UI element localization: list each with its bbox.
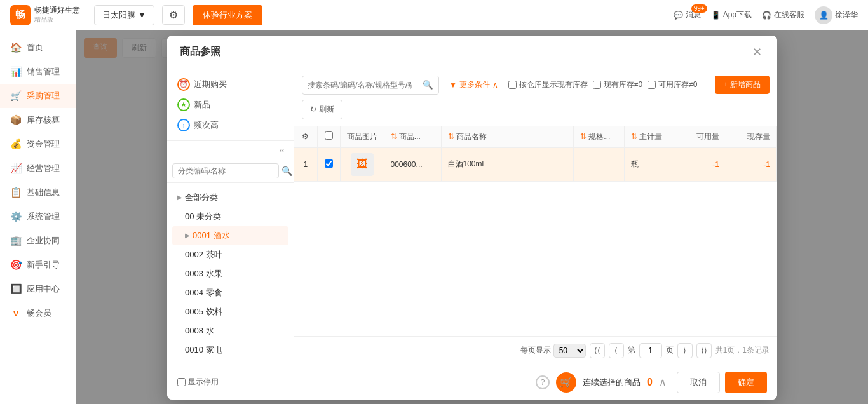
search-product-wrap: 🔍 bbox=[302, 76, 439, 95]
page-size-select[interactable]: 10 20 50 100 bbox=[553, 344, 586, 358]
username: 徐泽华 bbox=[835, 10, 858, 20]
check-usable-ne0-label[interactable]: 可用库存≠0 bbox=[648, 79, 697, 90]
dialog-body: ⏰ 近期购买 ★ 新品 ↑ 频次高 bbox=[167, 69, 777, 365]
member-icon: V bbox=[10, 307, 22, 319]
sidebar-item-guide[interactable]: 🎯 新手引导 bbox=[0, 253, 76, 277]
sidebar-item-member[interactable]: V 畅会员 bbox=[0, 301, 76, 325]
sidebar-item-home[interactable]: 🏠 首页 bbox=[0, 36, 76, 60]
row-code-cell: 000600... bbox=[384, 147, 441, 181]
store-dropdown[interactable]: 日太阳膜 ▼ bbox=[94, 5, 154, 25]
sidebar-item-enterprise[interactable]: 🏢 企业协同 bbox=[0, 229, 76, 253]
sidebar-label-base: 基础信息 bbox=[27, 187, 60, 198]
col-name-header[interactable]: ⇅ 商品名称 bbox=[441, 126, 574, 148]
category-item-0003[interactable]: 0003 水果 bbox=[172, 264, 288, 283]
clock-icon: ⏰ bbox=[177, 78, 190, 91]
check-available-ne0-input[interactable] bbox=[593, 81, 601, 89]
category-item-0004[interactable]: 0004 零食 bbox=[172, 283, 288, 302]
pagination: 每页显示 10 20 50 100 ⟨⟨ ⟨ 第 bbox=[294, 336, 777, 365]
stock-value: -1 bbox=[763, 160, 770, 169]
category-label-all: 全部分类 bbox=[185, 192, 218, 203]
check-warehouse-label[interactable]: 按仓库显示现有库存 bbox=[508, 79, 588, 90]
cart-button[interactable]: 🛒 bbox=[556, 372, 576, 393]
category-item-0001[interactable]: ▶ 0001 酒水 bbox=[172, 226, 288, 245]
confirm-button[interactable]: 确定 bbox=[725, 372, 767, 393]
prev-page-button[interactable]: ⟨ bbox=[609, 343, 624, 358]
sidebar-item-sales[interactable]: 📊 销售管理 bbox=[0, 60, 76, 84]
col-settings-header[interactable]: ⚙ bbox=[294, 126, 317, 148]
gear-settings-btn[interactable]: ⚙ bbox=[162, 5, 185, 25]
show-disabled-checkbox[interactable] bbox=[177, 378, 186, 386]
sidebar-item-base[interactable]: 📋 基础信息 bbox=[0, 180, 76, 205]
app-download-nav-item[interactable]: 📱 App下载 bbox=[711, 10, 752, 20]
sidebar-item-purchase[interactable]: 🛒 采购管理 bbox=[0, 84, 76, 108]
check-available-ne0-text: 现有库存≠0 bbox=[604, 79, 642, 90]
quick-nav-freq[interactable]: ↑ 频次高 bbox=[172, 115, 288, 135]
first-page-button[interactable]: ⟨⟨ bbox=[590, 343, 605, 358]
category-item-0010[interactable]: 0010 家电 bbox=[172, 340, 288, 360]
chevron-up-icon[interactable]: ∧ bbox=[659, 376, 667, 388]
sidebar-item-apps[interactable]: 🔲 应用中心 bbox=[0, 277, 76, 301]
category-search-input[interactable] bbox=[172, 163, 279, 178]
quick-nav-recent[interactable]: ⏰ 近期购买 bbox=[172, 74, 288, 95]
sidebar-label-sales: 销售管理 bbox=[27, 66, 60, 77]
category-search-bar: 🔍 bbox=[167, 159, 294, 183]
category-item-0002[interactable]: 0002 茶叶 bbox=[172, 245, 288, 264]
check-available-ne0-label[interactable]: 现有库存≠0 bbox=[593, 79, 642, 90]
category-item-0005[interactable]: 0005 饮料 bbox=[172, 302, 288, 321]
dialog-title: 商品参照 bbox=[180, 45, 220, 58]
category-item-all[interactable]: ▶ 全部分类 bbox=[172, 188, 288, 207]
close-button[interactable]: ✕ bbox=[749, 44, 764, 60]
refresh-button[interactable]: ↻ 刷新 bbox=[302, 100, 342, 119]
last-page-button[interactable]: ⟩⟩ bbox=[696, 343, 712, 358]
refresh-label: 刷新 bbox=[319, 104, 334, 115]
nav-icons-group: 💬 消息 99+ 📱 App下载 🎧 在线客服 👤 徐泽华 bbox=[674, 6, 858, 24]
page-number-input[interactable] bbox=[639, 343, 662, 358]
category-item-00[interactable]: 00 未分类 bbox=[172, 207, 288, 226]
cancel-button[interactable]: 取消 bbox=[677, 372, 720, 393]
collapse-panel-button[interactable]: « bbox=[276, 144, 288, 156]
trial-btn[interactable]: 体验行业方案 bbox=[193, 5, 262, 25]
dialog-header: 商品参照 ✕ bbox=[167, 36, 777, 69]
more-conditions-button[interactable]: ▼ 更多条件 ∧ bbox=[444, 77, 503, 93]
col-spec-header[interactable]: ⇅ 规格... bbox=[574, 126, 625, 148]
sidebar-item-finance[interactable]: 💰 资金管理 bbox=[0, 132, 76, 156]
category-label-00: 00 未分类 bbox=[185, 211, 221, 222]
sidebar-item-operation[interactable]: 📈 经营管理 bbox=[0, 156, 76, 180]
row-stock-cell: -1 bbox=[726, 147, 777, 181]
sidebar-label-guide: 新手引导 bbox=[27, 259, 60, 271]
sidebar-item-system[interactable]: ⚙️ 系统管理 bbox=[0, 205, 76, 229]
chevron-up-icon: ∧ bbox=[492, 81, 498, 90]
row-checkbox[interactable] bbox=[325, 159, 333, 168]
dialog-right-panel: 🔍 ▼ 更多条件 ∧ 按仓库显示现有库存 bbox=[294, 69, 777, 365]
message-nav-item[interactable]: 💬 消息 99+ bbox=[674, 10, 701, 20]
add-product-button[interactable]: + 新增商品 bbox=[715, 76, 770, 94]
check-warehouse-input[interactable] bbox=[508, 81, 517, 89]
sidebar-item-inventory[interactable]: 📦 库存核算 bbox=[0, 108, 76, 132]
user-profile-item[interactable]: 👤 徐泽华 bbox=[815, 6, 858, 24]
online-service-nav-item[interactable]: 🎧 在线客服 bbox=[762, 10, 804, 20]
home-icon: 🏠 bbox=[10, 42, 22, 53]
search-product-input[interactable] bbox=[302, 81, 417, 90]
category-label-0010: 0010 家电 bbox=[185, 344, 222, 356]
help-icon[interactable]: ? bbox=[536, 375, 550, 389]
category-search-icon[interactable]: 🔍 bbox=[281, 166, 292, 176]
category-item-0008[interactable]: 0008 水 bbox=[172, 321, 288, 340]
col-check-header bbox=[317, 126, 340, 148]
quick-nav-new[interactable]: ★ 新品 bbox=[172, 95, 288, 115]
col-unit-header[interactable]: ⇅ 主计量 bbox=[625, 126, 675, 148]
quick-nav-freq-label: 频次高 bbox=[194, 119, 219, 131]
cart-section: ? 🛒 连续选择的商品 0 ∧ bbox=[536, 372, 667, 393]
category-label-0005: 0005 饮料 bbox=[185, 306, 222, 318]
expand-arrow-0001-icon: ▶ bbox=[185, 232, 190, 239]
row-checkbox-cell bbox=[317, 147, 340, 181]
check-usable-ne0-input[interactable] bbox=[648, 81, 656, 89]
col-code-header[interactable]: ⇅ 商品... bbox=[384, 126, 441, 148]
next-page-button[interactable]: ⟩ bbox=[677, 343, 693, 358]
logo-sub: 精品版 bbox=[34, 15, 80, 24]
headset-icon: 🎧 bbox=[762, 11, 771, 20]
show-disabled-label[interactable]: 显示停用 bbox=[177, 377, 219, 387]
search-product-button[interactable]: 🔍 bbox=[417, 76, 438, 94]
finance-icon: 💰 bbox=[10, 138, 22, 150]
select-all-checkbox[interactable] bbox=[325, 131, 333, 140]
table-row[interactable]: 1 🖼 bbox=[294, 147, 777, 181]
